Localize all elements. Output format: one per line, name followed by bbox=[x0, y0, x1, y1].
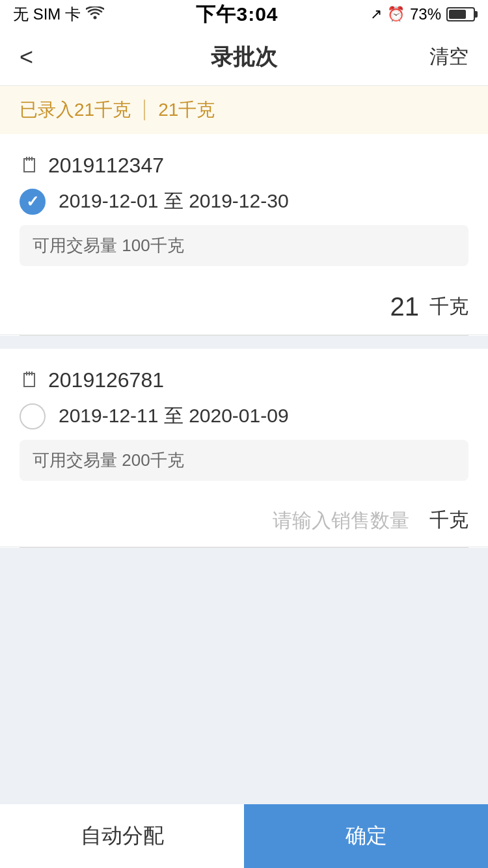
batch-section-2: 🗒 2019126781 2019-12-11 至 2020-01-09 可用交… bbox=[0, 349, 488, 548]
status-right: ↗ ⏰ 73% bbox=[370, 5, 475, 23]
nav-bar: < 录批次 清空 bbox=[0, 29, 488, 86]
clear-button[interactable]: 清空 bbox=[429, 44, 468, 70]
page-title: 录批次 bbox=[211, 42, 277, 72]
doc-icon-2: 🗒 bbox=[20, 368, 40, 392]
auto-distribute-button[interactable]: 自动分配 bbox=[0, 804, 244, 868]
battery-icon bbox=[446, 7, 475, 21]
battery-percent: 73% bbox=[410, 5, 441, 23]
batch-available-2: 可用交易量 200千克 bbox=[20, 440, 468, 481]
wifi-icon bbox=[86, 5, 104, 23]
quantity-row-1: 21 千克 bbox=[0, 279, 488, 335]
batch-row-2: 2019-12-11 至 2020-01-09 bbox=[20, 403, 468, 429]
info-amount: 21千克 bbox=[158, 98, 215, 122]
confirm-button[interactable]: 确定 bbox=[244, 804, 488, 868]
quantity-value-1: 21 bbox=[390, 292, 420, 321]
quantity-input-2[interactable] bbox=[20, 509, 419, 532]
batch-header-2: 🗒 2019126781 bbox=[20, 368, 468, 392]
svg-point-0 bbox=[94, 16, 97, 20]
batch-section-1: 🗒 2019112347 2019-12-01 至 2019-12-30 可用交… bbox=[0, 134, 488, 336]
quantity-unit-2: 千克 bbox=[429, 507, 468, 534]
batch-item-2: 🗒 2019126781 2019-12-11 至 2020-01-09 可用交… bbox=[0, 349, 488, 481]
status-bar: 无 SIM 卡 下午3:04 ↗ ⏰ 73% bbox=[0, 0, 488, 29]
bottom-area bbox=[0, 548, 488, 821]
batch-item-1: 🗒 2019112347 2019-12-01 至 2019-12-30 可用交… bbox=[0, 134, 488, 266]
sim-label: 无 SIM 卡 bbox=[13, 4, 81, 25]
recorded-label: 已录入21千克 bbox=[20, 98, 131, 122]
batch-date-2: 2019-12-11 至 2020-01-09 bbox=[59, 403, 289, 429]
info-divider bbox=[144, 100, 145, 120]
section-divider bbox=[0, 336, 488, 349]
radio-1[interactable] bbox=[20, 189, 46, 215]
back-button[interactable]: < bbox=[20, 44, 59, 71]
radio-2[interactable] bbox=[20, 403, 46, 429]
alarm-icon: ⏰ bbox=[387, 6, 405, 23]
quantity-input-row-2: 千克 bbox=[0, 494, 488, 547]
batch-header-1: 🗒 2019112347 bbox=[20, 154, 468, 178]
batch-date-1: 2019-12-01 至 2019-12-30 bbox=[59, 188, 289, 215]
location-icon: ↗ bbox=[370, 6, 382, 23]
batch-id-2: 2019126781 bbox=[48, 368, 164, 392]
batch-id-1: 2019112347 bbox=[48, 154, 164, 178]
quantity-unit-1: 千克 bbox=[429, 293, 468, 320]
info-bar: 已录入21千克 21千克 bbox=[0, 86, 488, 134]
status-left: 无 SIM 卡 bbox=[13, 4, 104, 25]
batch-row-1: 2019-12-01 至 2019-12-30 bbox=[20, 188, 468, 215]
status-time: 下午3:04 bbox=[196, 1, 278, 28]
doc-icon-1: 🗒 bbox=[20, 154, 40, 178]
footer: 自动分配 确定 bbox=[0, 804, 488, 868]
batch-available-1: 可用交易量 100千克 bbox=[20, 225, 468, 266]
